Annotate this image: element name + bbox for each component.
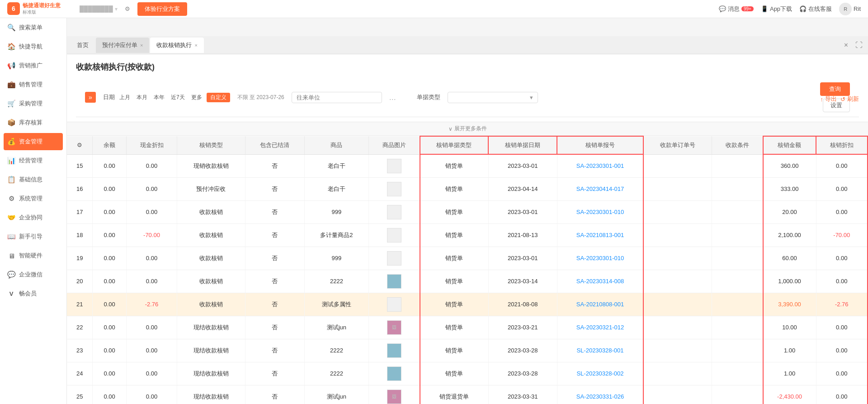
date-7days[interactable]: 近7天 [169,93,187,102]
cell-goods-img [368,247,420,270]
company-selector[interactable]: ████████ ▾ [80,5,118,12]
cell-balance: 0.00 [93,293,126,316]
cell-cash-discount: 0.00 [126,177,177,200]
sidebar-item-label: 营销推广 [19,62,42,70]
cell-goods-img [368,293,420,316]
cell-receipt-condition [712,223,763,247]
cell-receipt-condition [712,385,763,404]
filter-toggle-button[interactable]: » [85,92,96,103]
sidebar-item-nav[interactable]: 🏠 快捷导航 [0,37,66,56]
app-download-button[interactable]: 📱 App下载 [761,5,792,13]
col-header-cancel-doc-type: 核销单据类型 [420,136,489,154]
export-button[interactable]: ↑ 导出 [821,95,837,103]
cell-cancel-doc-no[interactable]: SA-20230414-017 [557,177,643,200]
cell-cash-discount: 0.00 [126,385,177,404]
tab-prepay[interactable]: 预付冲应付单 × [96,38,149,53]
chevron-down-icon: ▾ [115,6,118,12]
cell-include-settled: 否 [245,200,304,223]
top-center: ████████ ▾ ⚙ 体验行业方案 [80,2,713,16]
cell-cancel-doc-no[interactable]: SA-20230301-010 [557,200,643,223]
sidebar-item-guide[interactable]: 📖 新手引导 [0,227,66,246]
user-area[interactable]: R Rit [839,3,861,15]
maximize-button[interactable]: ⛶ [854,39,864,51]
download-icon: 📱 [761,5,768,12]
date-custom-button[interactable]: 自定义 [207,93,230,102]
table-row: 190.000.00收款核销否999销货单2023-03-01SA-202303… [67,247,868,270]
sidebar-item-label: 库存核算 [19,119,42,127]
single-type-select[interactable]: ▾ [448,92,538,103]
sidebar-item-vip[interactable]: V 畅会员 [0,284,66,303]
cell-receipt-condition [712,293,763,316]
sidebar-item-label: 销售管理 [19,81,42,89]
logo-area: 6 畅捷通谱好生意 标准版 [7,2,74,15]
cell-cancel-doc-type: 销货单 [420,339,489,362]
sidebar: 🔍 搜索菜单 🏠 快捷导航 📢 营销推广 💼 销售管理 🛒 采购管理 📦 库存核… [0,18,67,404]
col-header-settings[interactable]: ⚙ [67,136,93,154]
cell-cancel-doc-date: 2023-03-01 [488,247,557,270]
date-last-month[interactable]: 上月 [118,93,132,102]
sidebar-item-inventory[interactable]: 📦 库存核算 [0,113,66,132]
cell-cancel-discount: 0.00 [816,339,868,362]
cell-include-settled: 否 [245,177,304,200]
tab-cancel[interactable]: 收款核销执行 × [150,38,203,53]
cell-goods: 2222 [304,270,368,293]
refresh-button[interactable]: ↺ 刷新 [840,95,859,103]
cell-cancel-doc-type: 销货单 [420,223,489,247]
cell-goods: 999 [304,247,368,270]
cell-cancel-doc-no[interactable]: SA-20230301-010 [557,247,643,270]
sales-icon: 💼 [7,81,15,89]
cell-cancel-doc-no[interactable]: SA-20230314-008 [557,270,643,293]
cell-include-settled: 否 [245,339,304,362]
cell-cancel-doc-no[interactable]: SL-20230328-001 [557,339,643,362]
gear-button[interactable]: ⚙ [121,3,134,15]
cell-cancel-doc-no[interactable]: SA-20210813-001 [557,223,643,247]
tab-close-button[interactable]: × [194,43,197,48]
cell-cancel-discount: 0.00 [816,154,868,177]
cell-receipt-condition [712,316,763,339]
sidebar-item-search[interactable]: 🔍 搜索菜单 [0,18,66,37]
col-header-goods: 商品 [304,136,368,154]
date-this-month[interactable]: 本月 [135,93,149,102]
sidebar-item-hardware[interactable]: 🖥 智能硬件 [0,246,66,265]
cell-cancel-doc-no[interactable]: SA-20210808-001 [557,293,643,316]
cell-goods-img [368,154,420,177]
close-tab-button[interactable]: × [842,39,850,51]
sidebar-item-system[interactable]: ⚙ 系统管理 [0,189,66,208]
cell-cancel-doc-no[interactable]: SA-20230301-001 [557,154,643,177]
sidebar-item-basic[interactable]: 📋 基础信息 [0,170,66,189]
cell-cancel-doc-type: 销货退货单 [420,385,489,404]
logo-icon: 6 [7,2,20,15]
cell-cancel-doc-no[interactable]: SA-20230321-012 [557,316,643,339]
query-button[interactable]: 查询 [820,82,850,96]
from-unit-input[interactable] [292,92,382,103]
cell-cash-discount: 0.00 [126,154,177,177]
date-label: 日期 [103,93,115,101]
tab-label: 收款核销执行 [156,41,192,49]
cell-receipt-order-no [643,200,712,223]
sidebar-item-wechat[interactable]: 💬 企业微信 [0,265,66,284]
tab-close-button[interactable]: × [140,43,143,48]
cell-goods-img [368,200,420,223]
messages-button[interactable]: 💬 消息 99+ [719,5,754,13]
date-more[interactable]: 更多 [189,93,204,102]
online-service-button[interactable]: 🎧 在线客服 [799,5,832,13]
cell-receipt-condition [712,339,763,362]
sidebar-item-business[interactable]: 📊 经营管理 [0,151,66,170]
cell-cancel-doc-no[interactable]: SL-20230328-002 [557,362,643,385]
date-range-text: 不限 至 2023-07-26 [237,94,284,101]
refresh-icon: ↺ [840,96,845,103]
industry-button[interactable]: 体验行业方案 [137,2,187,16]
cell-cancel-doc-type: 销货单 [420,200,489,223]
table-row: 230.000.00现结收款核销否2222销货单2023-03-28SL-202… [67,339,868,362]
cell-cancel-doc-no[interactable]: SA-20230331-026 [557,385,643,404]
tab-home[interactable]: 首页 [71,38,95,53]
user-name: Rit [854,5,861,12]
sidebar-item-marketing[interactable]: 📢 营销推广 [0,56,66,75]
expand-more-button[interactable]: ∨ 展开更多条件 [448,125,487,133]
sidebar-item-corp[interactable]: 🤝 企业协同 [0,208,66,227]
cell-cancel-type: 收款核销 [177,247,245,270]
sidebar-item-sales[interactable]: 💼 销售管理 [0,75,66,94]
date-this-year[interactable]: 本年 [152,93,166,102]
sidebar-item-purchase[interactable]: 🛒 采购管理 [0,94,66,113]
sidebar-item-finance[interactable]: 💰 资金管理 [4,133,63,150]
